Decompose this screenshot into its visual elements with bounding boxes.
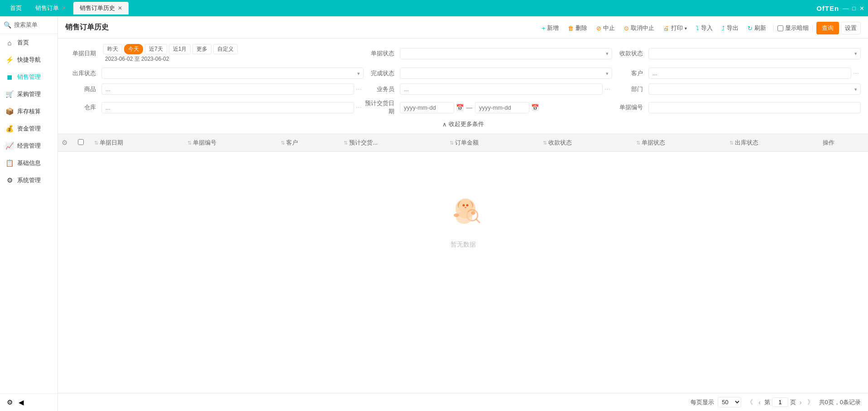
- page-prefix: 第: [764, 398, 770, 406]
- column-settings-icon[interactable]: ⚙: [62, 139, 67, 146]
- th-expected-date[interactable]: 预计交货...: [340, 134, 446, 152]
- refresh-label: 刷新: [754, 24, 766, 32]
- pagination-nav: 《 ‹ 第 页 › 》: [745, 397, 815, 407]
- close-icon[interactable]: ✕: [859, 5, 864, 12]
- department-select[interactable]: [648, 83, 861, 95]
- sidebar-item-purchase[interactable]: 🛒 采购管理: [0, 86, 58, 103]
- product-label: 商品: [65, 85, 101, 93]
- display-columns-check[interactable]: 显示暗细: [777, 24, 809, 32]
- th-order-status[interactable]: 单据状态: [633, 134, 726, 152]
- delivery-status-select[interactable]: [101, 68, 364, 79]
- next-page-button[interactable]: ›: [798, 398, 804, 407]
- display-columns-label: 显示暗细: [785, 24, 809, 32]
- warehouse-label: 仓库: [65, 103, 101, 111]
- salesperson-ellipsis[interactable]: ···: [603, 85, 612, 93]
- settings-bottom-icon[interactable]: ⚙: [5, 398, 14, 406]
- prev-page-button[interactable]: ‹: [757, 398, 762, 407]
- sidebar-item-system[interactable]: ⚙ 系统管理: [0, 172, 58, 189]
- th-receipt-status-label: 收款状态: [548, 139, 572, 146]
- first-page-button[interactable]: 《: [745, 397, 755, 407]
- expected-date-to[interactable]: [475, 102, 529, 113]
- date-btn-1month[interactable]: 近1月: [169, 44, 191, 54]
- sidebar-item-basic-info[interactable]: 📋 基础信息: [0, 155, 58, 172]
- date-btn-more[interactable]: 更多: [192, 44, 211, 54]
- tab-home[interactable]: 首页: [4, 2, 28, 15]
- th-amount-label: 订单金额: [455, 139, 479, 146]
- tab-sales-order-history[interactable]: 销售订单历史 ✕: [73, 2, 129, 15]
- restore-icon[interactable]: □: [852, 5, 856, 12]
- calendar-from-icon[interactable]: 📅: [456, 104, 464, 111]
- svg-point-11: [471, 211, 475, 215]
- import-button[interactable]: ⤵ 导入: [692, 22, 716, 34]
- sidebar-item-quick-nav[interactable]: ⚡ 快捷导航: [0, 51, 58, 68]
- warehouse-input[interactable]: [101, 102, 354, 113]
- product-ellipsis[interactable]: ···: [354, 85, 364, 93]
- content-area: 销售订单历史 + 新增 🗑 删除 ⊘ 中止 ⊙ 取消中止: [58, 16, 868, 411]
- tab-sales-order-history-close[interactable]: ✕: [118, 5, 122, 11]
- new-button[interactable]: + 新增: [538, 22, 562, 34]
- table-container: ⚙ 单据日期 单据编号 客户: [58, 134, 868, 393]
- page-number-input[interactable]: [772, 397, 788, 407]
- last-page-button[interactable]: 》: [806, 397, 815, 407]
- calendar-to-icon[interactable]: 📅: [531, 104, 539, 111]
- order-no-input[interactable]: [648, 102, 861, 113]
- export-button[interactable]: ⤴ 导出: [718, 22, 742, 34]
- th-date[interactable]: 单据日期: [91, 134, 184, 152]
- export-label: 导出: [727, 24, 739, 32]
- warehouse-ellipsis[interactable]: ···: [354, 103, 364, 111]
- th-delivery-status-label: 出库状态: [735, 139, 758, 146]
- sidebar-item-home[interactable]: ⌂ 首页: [0, 34, 58, 51]
- query-button[interactable]: 查询: [816, 22, 839, 34]
- th-order-no[interactable]: 单据编号: [184, 134, 277, 152]
- delete-icon: 🗑: [568, 25, 574, 32]
- main-layout: 🔍 搜索菜单 ⌂ 首页 ⚡ 快捷导航 ◼ 销售管理 🛒 采购管理 📦 库存核算 …: [0, 16, 868, 411]
- refresh-button[interactable]: ↻ 刷新: [744, 22, 770, 34]
- page-size-select[interactable]: 20 50 100: [718, 397, 741, 407]
- empty-row: 暂无数据: [58, 152, 868, 285]
- receipt-status-select[interactable]: [648, 48, 861, 59]
- th-delivery-status[interactable]: 出库状态: [726, 134, 819, 152]
- date-btn-custom[interactable]: 自定义: [213, 44, 238, 54]
- salesperson-input[interactable]: [400, 83, 603, 95]
- tab-sales-order[interactable]: 销售订单 ✕: [29, 2, 72, 15]
- filter-row-3: 商品 ··· 业务员 ··· 部门: [65, 83, 861, 95]
- tab-bar: 首页 销售订单 ✕ 销售订单历史 ✕: [4, 2, 129, 15]
- th-receipt-status[interactable]: 收款状态: [539, 134, 633, 152]
- date-btn-today[interactable]: 今天: [124, 44, 143, 54]
- collapse-more[interactable]: ∧ 收起更多条件: [65, 120, 861, 128]
- tab-sales-order-close[interactable]: ✕: [62, 5, 66, 11]
- delete-button[interactable]: 🗑 删除: [564, 22, 591, 34]
- minimize-icon[interactable]: —: [843, 5, 849, 12]
- expected-date-dash: —: [466, 104, 472, 111]
- customer-input[interactable]: [648, 68, 851, 79]
- sidebar-item-finance[interactable]: 💰 资金管理: [0, 120, 58, 137]
- sidebar-item-sales[interactable]: ◼ 销售管理: [0, 68, 58, 86]
- collapse-sidebar-icon[interactable]: ◀: [17, 398, 25, 406]
- display-columns-checkbox[interactable]: [777, 25, 783, 31]
- date-btn-7days[interactable]: 近7天: [145, 44, 167, 54]
- print-arrow: ▾: [685, 26, 687, 31]
- sidebar-item-operations[interactable]: 📈 经营管理: [0, 137, 58, 155]
- product-input[interactable]: [101, 83, 354, 95]
- sidebar-search[interactable]: 🔍 搜索菜单: [0, 16, 58, 34]
- page-title: 销售订单历史: [65, 23, 109, 38]
- select-all-checkbox[interactable]: [78, 139, 84, 145]
- th-amount[interactable]: 订单金额: [446, 134, 539, 152]
- date-btn-yesterday[interactable]: 昨天: [103, 44, 122, 54]
- complete-status-select[interactable]: [400, 68, 612, 79]
- order-status-select[interactable]: [400, 48, 612, 59]
- sidebar-item-inventory[interactable]: 📦 库存核算: [0, 103, 58, 120]
- th-customer[interactable]: 客户: [277, 134, 340, 152]
- order-status-label: 单据状态: [364, 49, 400, 58]
- empty-text: 暂无数据: [451, 241, 476, 249]
- tab-sales-order-label: 销售订单: [35, 4, 59, 12]
- stop-button[interactable]: ⊘ 中止: [593, 22, 619, 34]
- receipt-status-select-wrap: [648, 48, 861, 59]
- toolbar: + 新增 🗑 删除 ⊘ 中止 ⊙ 取消中止 🖨 打印: [538, 22, 861, 38]
- settings-button[interactable]: 设置: [841, 22, 861, 34]
- cancel-stop-button[interactable]: ⊙ 取消中止: [620, 22, 658, 34]
- sales-icon: ◼: [5, 73, 14, 81]
- print-button[interactable]: 🖨 打印 ▾: [660, 22, 691, 34]
- expected-date-from[interactable]: [400, 102, 454, 113]
- customer-ellipsis[interactable]: ···: [851, 69, 861, 77]
